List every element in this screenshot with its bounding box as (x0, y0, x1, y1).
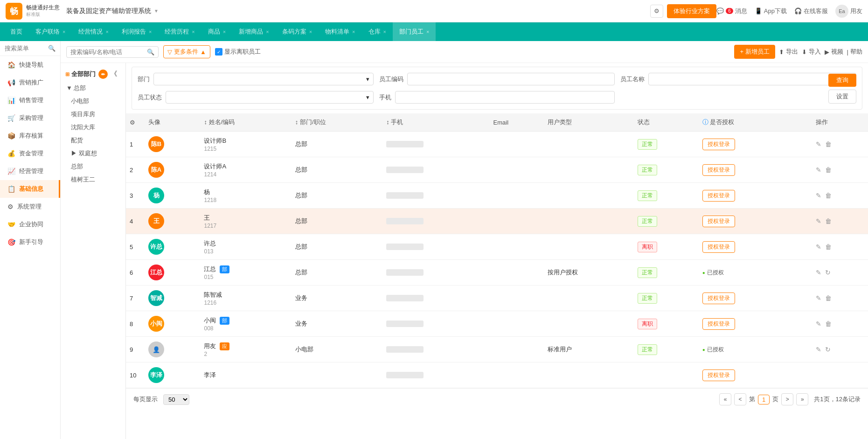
table-row: 8 小闽 小闽 部008 业务 离职 授权登录 (126, 311, 868, 337)
sidebar-search-input[interactable] (5, 45, 48, 52)
edit-icon[interactable]: ✎ (816, 346, 821, 353)
edit-icon[interactable]: ✎ (816, 269, 821, 276)
tab-staff[interactable]: 部门员工 × (393, 22, 436, 41)
trial-button[interactable]: 体验行业方案 (667, 4, 716, 18)
online-service-button[interactable]: 🎧 在线客服 (794, 7, 828, 15)
prev-page-button[interactable]: < (734, 393, 746, 405)
tree-item-zongbu[interactable]: ▼ 总部 (61, 82, 125, 95)
video-button[interactable]: ▶ 视频 (825, 48, 843, 56)
auth-login-button[interactable]: 授权登录 (702, 190, 735, 202)
empstatus-select[interactable]: ▾ (166, 91, 374, 104)
sidebar-item-system[interactable]: ⚙ 系统管理 (0, 198, 60, 216)
add-employee-button[interactable]: + 新增员工 (734, 45, 775, 59)
auth-login-button[interactable]: 授权登录 (702, 164, 735, 176)
dept-tree-collapse-icon[interactable]: 《 (111, 70, 117, 78)
last-page-button[interactable]: » (796, 393, 808, 405)
sidebar-item-sales[interactable]: 📊 销售管理 (0, 91, 60, 109)
first-page-button[interactable]: « (719, 393, 731, 405)
tab-profit[interactable]: 利润报告 × (115, 22, 158, 41)
dept-select[interactable]: ▾ (153, 73, 374, 85)
system-name[interactable]: 装备及固定资产辅助管理系统 ▼ (66, 7, 646, 15)
tree-item-peihuo[interactable]: 配货 (61, 134, 125, 147)
col-dept[interactable]: ↕ 部门/职位 (292, 113, 382, 132)
row-phone (382, 234, 489, 260)
edit-icon[interactable]: ✎ (816, 320, 821, 328)
tab-add-goods[interactable]: 新增商品 × (232, 22, 275, 41)
sidebar-search[interactable]: 🔍 (0, 41, 60, 56)
page-size-select[interactable]: 50 100 (163, 394, 189, 405)
sidebar-item-marketing[interactable]: 📢 营销推广 (0, 74, 60, 91)
auth-login-button[interactable]: 授权登录 (702, 293, 735, 304)
col-name[interactable]: ↕ 姓名/编码 (200, 113, 291, 132)
tree-item-project[interactable]: 项目库房 (61, 108, 125, 121)
delete-icon[interactable]: 🗑 (825, 294, 832, 302)
delete-icon[interactable]: 🗑 (825, 243, 832, 251)
edit-icon[interactable]: ✎ (816, 294, 821, 302)
settings-button[interactable]: ⚙ (650, 5, 663, 18)
app-download-button[interactable]: 📱 App下载 (755, 7, 787, 15)
tab-history[interactable]: 经营历程 × (158, 22, 201, 41)
delete-icon[interactable]: 🗑 (825, 217, 832, 225)
empcode-input[interactable] (407, 73, 615, 85)
sidebar-item-nav[interactable]: 🏠 快捷导航 (0, 56, 60, 74)
user-avatar[interactable]: Ea 用友 (835, 5, 862, 18)
tab-operation[interactable]: 经营情况 × (72, 22, 115, 41)
tab-customer[interactable]: 客户联络 × (29, 22, 72, 41)
edit-icon[interactable]: ✎ (816, 192, 821, 199)
more-filter-button[interactable]: ▽ 更多条件 ▲ (163, 45, 210, 58)
delete-icon[interactable]: 🗑 (825, 320, 832, 328)
next-page-button[interactable]: > (781, 393, 793, 405)
sidebar-item-collab[interactable]: 🤝 企业协同 (0, 216, 60, 233)
delete-icon[interactable]: 🗑 (825, 192, 832, 199)
tab-warehouse[interactable]: 仓库 × (362, 22, 393, 41)
tab-goods[interactable]: 商品 × (201, 22, 232, 41)
auth-login-button[interactable]: 授权登录 (702, 241, 735, 253)
tree-item-shenyang[interactable]: 沈阳大库 (61, 121, 125, 134)
phone-input[interactable] (395, 91, 615, 104)
tab-barcode[interactable]: 条码方案 × (276, 22, 319, 41)
message-button[interactable]: 💬 6 消息 (716, 7, 747, 15)
reset-button[interactable]: 设置 (828, 90, 856, 104)
refresh-icon[interactable]: ↻ (825, 269, 831, 276)
tree-item-shuangting[interactable]: ▶ 双庭想 (61, 147, 125, 160)
content-area: 🔍 ▽ 更多条件 ▲ ✓ 显示离职员工 + 新增员工 ⬆ 导出 ⬇ 导入 (61, 41, 868, 439)
sidebar-item-finance[interactable]: 💰 资金管理 (0, 145, 60, 162)
sidebar-item-label: 资金管理 (19, 149, 43, 158)
auth-login-button[interactable]: 授权登录 (702, 139, 735, 150)
nav-tabs: 首页 客户联络 × 经营情况 × 利润报告 × 经营历程 × 商品 × 新增商品… (0, 22, 868, 41)
col-phone[interactable]: ↕ 手机 (382, 113, 489, 132)
current-page-input[interactable]: 1 (758, 395, 770, 404)
edit-icon[interactable]: ✎ (816, 243, 821, 251)
refresh-icon[interactable]: ↻ (825, 346, 831, 353)
tree-item-zongbu2[interactable]: 总部 (61, 160, 125, 173)
auth-login-button[interactable]: 授权登录 (702, 369, 735, 381)
export-button[interactable]: ⬆ 导出 (779, 48, 798, 56)
row-actions: ✎ 🗑 (812, 209, 868, 234)
employee-search-input[interactable] (70, 49, 145, 56)
help-button[interactable]: | 帮助 (847, 48, 862, 56)
edit-icon[interactable]: ✎ (816, 217, 821, 225)
tab-home[interactable]: 首页 (4, 22, 29, 41)
row-status: 正常 (634, 209, 699, 234)
query-button[interactable]: 查询 (828, 74, 856, 87)
edit-icon[interactable]: ✎ (816, 140, 821, 148)
show-inactive-checkbox[interactable]: ✓ 显示离职员工 (215, 48, 261, 56)
import-button[interactable]: ⬇ 导入 (802, 48, 821, 56)
tab-bom[interactable]: 物料清单 × (319, 22, 361, 41)
sidebar-item-purchase[interactable]: 🛒 采购管理 (0, 109, 60, 127)
delete-icon[interactable]: 🗑 (825, 166, 832, 174)
empname-input[interactable] (648, 73, 856, 85)
dept-edit-button[interactable]: ✏ (98, 70, 108, 79)
sidebar-item-guide[interactable]: 🎯 新手引导 (0, 233, 60, 251)
tree-item-zhishu[interactable]: 植树王二 (61, 173, 125, 186)
col-settings[interactable]: ⚙ (126, 113, 145, 132)
sidebar-item-inventory[interactable]: 📦 库存核算 (0, 127, 60, 145)
employee-search[interactable]: 🔍 (66, 46, 159, 58)
sidebar-item-operation[interactable]: 📈 经营管理 (0, 162, 60, 180)
delete-icon[interactable]: 🗑 (825, 140, 832, 148)
sidebar-item-basic[interactable]: 📋 基础信息 (0, 180, 60, 198)
edit-icon[interactable]: ✎ (816, 166, 821, 174)
auth-login-button[interactable]: 授权登录 (702, 318, 735, 330)
tree-item-xiaodian[interactable]: 小电部 (61, 95, 125, 108)
auth-login-button[interactable]: 授权登录 (702, 216, 735, 227)
